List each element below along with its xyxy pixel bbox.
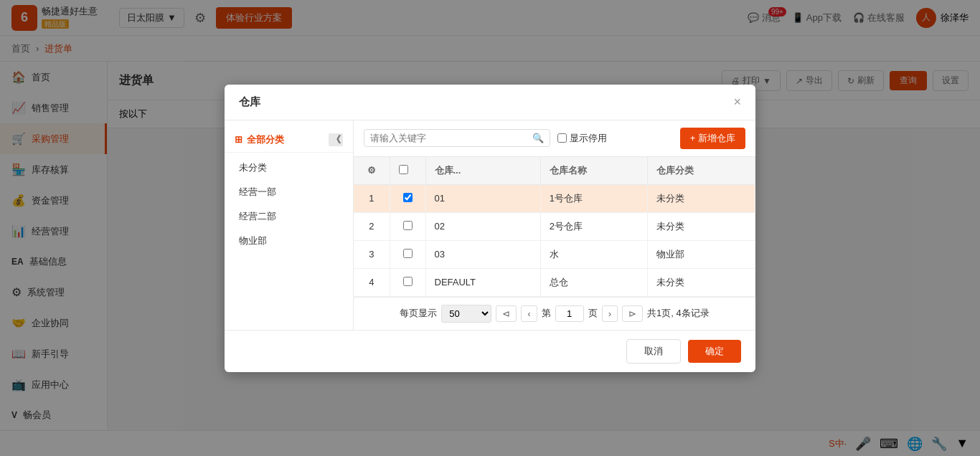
modal-overlay[interactable]: 仓库 × ⊞ 全部分类 《 未分类 经营一部 经营二部 物业部 — [0, 0, 980, 456]
prev-page-button[interactable]: ‹ — [521, 305, 537, 322]
search-icon: 🔍 — [532, 133, 544, 143]
col-name: 仓库名称 — [540, 157, 648, 185]
page-label: 第 — [542, 307, 551, 320]
row-name: 水 — [540, 240, 648, 268]
show-disabled-checkbox[interactable] — [557, 133, 567, 143]
warehouse-modal: 仓库 × ⊞ 全部分类 《 未分类 经营一部 经营二部 物业部 — [225, 85, 755, 372]
search-input[interactable] — [370, 133, 529, 143]
modal-close-button[interactable]: × — [733, 95, 741, 110]
row-checkbox-cell[interactable] — [390, 268, 425, 296]
page-number-input[interactable] — [555, 305, 584, 322]
modal-title: 仓库 — [239, 95, 260, 109]
grid-icon: ⊞ — [235, 134, 242, 145]
modal-body: ⊞ 全部分类 《 未分类 经营一部 经营二部 物业部 🔍 — [225, 120, 755, 330]
total-info: 共1页, 4条记录 — [647, 307, 710, 320]
category-item-ops2[interactable]: 经营二部 — [225, 204, 353, 229]
category-item-ops1[interactable]: 经营一部 — [225, 180, 353, 204]
row-category: 未分类 — [648, 184, 755, 212]
row-name: 1号仓库 — [540, 184, 648, 212]
category-item-unclassified[interactable]: 未分类 — [225, 156, 353, 180]
modal-toolbar: 🔍 显示停用 + 新增仓库 — [354, 120, 755, 157]
cancel-button[interactable]: 取消 — [626, 339, 681, 364]
row-category: 未分类 — [648, 212, 755, 240]
row-checkbox[interactable] — [403, 221, 413, 230]
row-index: 2 — [354, 212, 390, 240]
col-settings[interactable]: ⚙ — [354, 157, 390, 185]
row-checkbox[interactable] — [403, 249, 413, 258]
modal-footer: 取消 确定 — [225, 330, 755, 372]
col-code: 仓库... — [425, 157, 540, 185]
table-row[interactable]: 3 03 水 物业部 — [354, 240, 755, 268]
last-page-button[interactable]: ⊳ — [622, 305, 643, 322]
page-unit: 页 — [588, 307, 598, 320]
category-sidebar: ⊞ 全部分类 《 未分类 经营一部 经营二部 物业部 — [225, 120, 354, 330]
show-disabled-text: 显示停用 — [570, 132, 607, 145]
first-page-button[interactable]: ⊲ — [496, 305, 517, 322]
row-checkbox[interactable] — [403, 277, 413, 286]
col-checkbox — [390, 157, 425, 185]
table-row[interactable]: 2 02 2号仓库 未分类 — [354, 212, 755, 240]
row-name: 总仓 — [540, 268, 648, 296]
row-index: 4 — [354, 268, 390, 296]
row-name: 2号仓库 — [540, 212, 648, 240]
modal-main: 🔍 显示停用 + 新增仓库 ⚙ — [354, 120, 755, 330]
category-item-property[interactable]: 物业部 — [225, 229, 353, 253]
next-page-button[interactable]: › — [602, 305, 618, 322]
row-index: 3 — [354, 240, 390, 268]
category-collapse-button[interactable]: 《 — [329, 133, 343, 146]
row-checkbox-cell[interactable] — [390, 212, 425, 240]
row-code: 03 — [425, 240, 540, 268]
confirm-button[interactable]: 确定 — [688, 340, 741, 363]
add-warehouse-button[interactable]: + 新增仓库 — [680, 128, 745, 149]
row-code: DEFAULT — [425, 268, 540, 296]
category-header: ⊞ 全部分类 《 — [225, 128, 353, 153]
modal-header: 仓库 × — [225, 85, 755, 120]
warehouse-table: ⚙ 仓库... 仓库名称 仓库分类 1 01 — [354, 157, 755, 297]
modal-pagination: 每页显示 50 10 20 100 ⊲ ‹ 第 页 › ⊳ 共1页, 4条记录 — [354, 297, 755, 330]
row-category: 物业部 — [648, 240, 755, 268]
row-actions: 1 — [354, 184, 390, 212]
search-box: 🔍 — [364, 129, 550, 147]
per-page-select[interactable]: 50 10 20 100 — [441, 305, 491, 323]
row-code: 02 — [425, 212, 540, 240]
show-disabled-label[interactable]: 显示停用 — [557, 132, 607, 145]
col-category: 仓库分类 — [648, 157, 755, 185]
row-checkbox-cell[interactable] — [390, 184, 425, 212]
table-row[interactable]: 4 DEFAULT 总仓 未分类 — [354, 268, 755, 296]
row-checkbox[interactable] — [403, 193, 413, 202]
table-header-row: ⚙ 仓库... 仓库名称 仓库分类 — [354, 157, 755, 185]
all-category-label[interactable]: 全部分类 — [247, 133, 284, 146]
table-row[interactable]: 1 01 1号仓库 未分类 — [354, 184, 755, 212]
select-all-checkbox[interactable] — [399, 165, 408, 174]
row-category: 未分类 — [648, 268, 755, 296]
row-code: 01 — [425, 184, 540, 212]
per-page-label: 每页显示 — [400, 307, 437, 320]
row-checkbox-cell[interactable] — [390, 240, 425, 268]
